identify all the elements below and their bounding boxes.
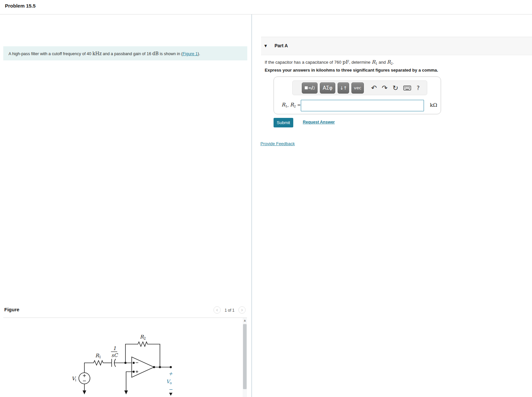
greek-symbols-button[interactable]: ΑΣφ bbox=[320, 82, 335, 94]
unit-khz: kHz bbox=[92, 51, 101, 56]
vector-button[interactable]: vec bbox=[351, 82, 364, 94]
help-icon[interactable]: ? bbox=[417, 82, 420, 94]
label-r1: R bbox=[281, 102, 285, 108]
circuit-figure: R1 R2 1 sC Vi + Vo − bbox=[59, 315, 243, 397]
page-title: Problem 15.5 bbox=[5, 3, 35, 9]
label-vo: Vo bbox=[166, 379, 172, 385]
math-template-button[interactable]: √ bbox=[302, 82, 318, 94]
figure-link[interactable]: Figure 1 bbox=[183, 52, 198, 56]
statement-text: ). bbox=[198, 52, 200, 56]
collapse-icon[interactable]: ▼ bbox=[264, 44, 267, 48]
header-divider bbox=[0, 14, 532, 14]
request-answer-link[interactable]: Request Answer bbox=[303, 120, 335, 124]
question-text: If the capacitor has a capacitance of 76… bbox=[265, 59, 394, 65]
question-segment: and bbox=[377, 60, 387, 65]
statement-text: is shown in ( bbox=[159, 52, 183, 56]
figure-heading: Figure bbox=[4, 307, 19, 312]
var-r1: R bbox=[372, 59, 375, 65]
unit-kohm: kΩ bbox=[430, 102, 437, 108]
scrollbar-thumb[interactable] bbox=[243, 324, 247, 389]
label-vi: Vi bbox=[72, 376, 77, 382]
figure-scrollbar[interactable]: ▲ bbox=[243, 318, 247, 397]
figure-prev-button[interactable]: ‹ bbox=[213, 306, 221, 314]
question-segment: . bbox=[393, 60, 394, 65]
page: Problem 15.5 A high-pass filter with a c… bbox=[0, 0, 532, 397]
answer-box: √ ΑΣφ ↓↑ vec ↶ ↷ ↻ ? bbox=[274, 77, 441, 114]
undo-icon[interactable]: ↶ bbox=[371, 82, 377, 94]
panel-divider bbox=[252, 14, 252, 397]
figure-pager-label: 1 of 1 bbox=[221, 308, 238, 313]
part-a-title: Part A bbox=[275, 43, 288, 48]
label-out-plus: + bbox=[168, 371, 173, 377]
label-cap-num: 1 bbox=[113, 345, 116, 351]
question-segment: If the capacitor has a capacitance of 76… bbox=[265, 60, 343, 65]
answer-label: R1, R2 = bbox=[274, 102, 301, 108]
label-out-minus: − bbox=[168, 386, 173, 392]
redo-icon[interactable]: ↷ bbox=[382, 82, 388, 94]
keyboard-icon[interactable] bbox=[403, 82, 411, 94]
part-a-header[interactable]: ▼ Part A bbox=[261, 37, 532, 55]
figure-next-button[interactable]: › bbox=[238, 306, 246, 314]
units-toggle-button[interactable]: ↓↑ bbox=[338, 82, 349, 94]
scroll-up-icon[interactable]: ▲ bbox=[243, 319, 247, 322]
label-equals: = bbox=[296, 102, 301, 107]
provide-feedback-link[interactable]: Provide Feedback bbox=[260, 141, 295, 146]
unit-db: dB bbox=[152, 51, 159, 56]
label-r1: R1 bbox=[95, 353, 101, 359]
label-cap-den: sC bbox=[111, 352, 118, 358]
label-r2: R2 bbox=[140, 334, 146, 340]
reset-icon[interactable]: ↻ bbox=[392, 82, 398, 94]
label-r2: R bbox=[290, 102, 294, 108]
problem-statement: A high-pass filter with a cutoff frequen… bbox=[3, 46, 247, 60]
unit-pf: pF bbox=[343, 59, 349, 65]
answer-input[interactable] bbox=[301, 100, 424, 111]
question-segment: , determine bbox=[349, 60, 372, 65]
var-r2: R bbox=[387, 59, 390, 65]
statement-text: and a passband gain of 16 bbox=[102, 52, 152, 56]
instruction-text: Express your answers in kiloohms to thre… bbox=[265, 68, 438, 73]
submit-button[interactable]: Submit bbox=[274, 118, 293, 127]
radicand-box-icon bbox=[312, 87, 315, 89]
math-toolbar: √ ΑΣφ ↓↑ vec ↶ ↷ ↻ ? bbox=[292, 80, 427, 95]
statement-text: A high-pass filter with a cutoff frequen… bbox=[9, 52, 92, 56]
filled-square-icon bbox=[305, 86, 308, 89]
